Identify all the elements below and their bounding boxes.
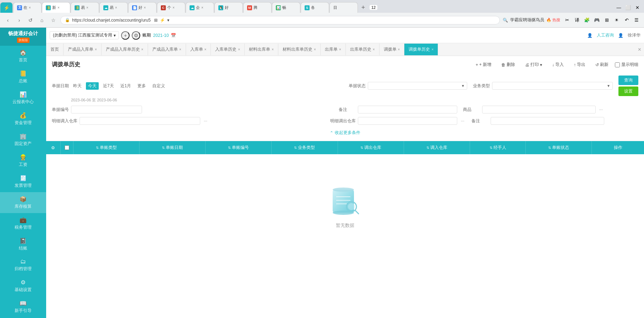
date-today[interactable]: 今天 (86, 82, 99, 90)
window-maximize[interactable]: ⬜ (624, 4, 632, 11)
collapse-button[interactable]: ⌃ 收起更多条件 (328, 128, 362, 137)
goods-dots-button[interactable]: ··· (598, 107, 604, 112)
browser-tab-active[interactable]: 📗 新 × (42, 2, 70, 13)
window-minimize[interactable]: — (615, 4, 623, 11)
close-tab-outbound-history[interactable]: × (373, 48, 375, 51)
refresh-button[interactable]: ↺ (26, 16, 35, 24)
grid-icon[interactable]: ⊞ (154, 18, 158, 23)
close-tab-transfer-history[interactable]: × (431, 48, 433, 51)
date-custom[interactable]: 自定义 (150, 82, 167, 90)
settings-button[interactable]: 设置 (618, 87, 638, 96)
address-bar[interactable]: 🔒 https://cloud.chanjet.com/accounting/u… (60, 16, 500, 24)
username[interactable]: 徐泽华 (628, 32, 640, 38)
browser-tab-5[interactable]: 📄 好 × (128, 2, 157, 13)
sidebar-item-ledger[interactable]: 📒 总账 (0, 67, 46, 88)
docnum-input[interactable] (71, 106, 142, 113)
tab-material-outbound[interactable]: 材料出库单 × (245, 44, 278, 55)
th-handler[interactable]: ⇅ 经手人 (470, 141, 526, 154)
tab-product-inbound[interactable]: 产成品入库单 × (64, 44, 102, 55)
close-all-tabs-button[interactable]: × (635, 46, 644, 53)
status-select[interactable]: ▾ (368, 82, 467, 90)
sidebar-item-home[interactable]: 🏠 首页 (0, 46, 46, 67)
lightning-icon[interactable]: ⚡ (160, 18, 165, 23)
company-selector[interactable]: (勿删勿禁用) 江西服宝测试专用 ▾ (50, 31, 119, 39)
gear-settings-button[interactable]: ⚙ (132, 31, 140, 40)
new-tab-button[interactable]: + (358, 2, 368, 12)
delete-button[interactable]: 🗑 删除 (498, 60, 519, 69)
tab-outbound[interactable]: 出库单 × (321, 44, 346, 55)
browser-tab-12[interactable]: 目 (329, 2, 358, 13)
export-button[interactable]: ↑ 导出 (570, 60, 589, 69)
game-icon[interactable]: 🎮 (593, 16, 601, 24)
sidebar-item-payroll[interactable]: 👷 工资 (0, 150, 46, 171)
tab-transfer-history[interactable]: 调拨单历史 × (404, 44, 438, 55)
date-7days[interactable]: 近7天 (101, 82, 116, 90)
th-doc-status[interactable]: ⇅ 单账状态 (526, 141, 592, 154)
detail-out-input[interactable] (358, 117, 457, 125)
add-company-button[interactable]: + (121, 31, 130, 40)
browser-tab-10[interactable]: 📊 畅 (272, 2, 300, 13)
date-yesterday[interactable]: 昨天 (71, 82, 84, 90)
close-tab-inbound-history[interactable]: × (238, 48, 240, 51)
calendar-button[interactable]: 📅 (171, 33, 176, 38)
th-out-warehouse[interactable]: ⇅ 调出仓库 (338, 141, 404, 154)
date-more[interactable]: 更多 (135, 82, 148, 90)
consult-label[interactable]: 人工咨询 (597, 32, 614, 38)
bookmark-button[interactable]: ☆ (49, 16, 58, 24)
browser-tab-7[interactable]: ☁ 企 × (186, 2, 214, 13)
grid-view-icon[interactable]: ⊞ (603, 16, 611, 24)
browser-tab-chanjet[interactable]: ⚡ (0, 2, 13, 13)
browser-tab-6[interactable]: C 个 × (157, 2, 185, 13)
th-in-warehouse[interactable]: ⇅ 调入仓库 (404, 141, 470, 154)
detail-out-dots-button[interactable]: ··· (459, 118, 466, 123)
close-tab-inbound[interactable]: × (204, 48, 207, 51)
browser-tab-8[interactable]: 🐧 好 (214, 2, 243, 13)
tab-home[interactable]: 首页 (46, 44, 64, 55)
close-tab-product-inbound-history[interactable]: × (141, 48, 143, 51)
th-doc-num[interactable]: ⇅ 单账编号 (206, 141, 272, 154)
query-button[interactable]: 查询 (618, 76, 638, 85)
select-all-checkbox[interactable] (65, 145, 69, 150)
display-checkbox[interactable] (615, 62, 620, 67)
th-doc-type[interactable]: ⇅ 单账类型 (73, 141, 139, 154)
tab-product-inbound-2[interactable]: 产成品入库单 × (148, 44, 186, 55)
sidebar-item-inventory[interactable]: 📦 库存核算 (0, 192, 46, 213)
sidebar-item-closing[interactable]: 📓 结账 (0, 234, 46, 255)
tab-transfer[interactable]: 调拨单 × (380, 44, 405, 55)
close-tab-material-outbound-history[interactable]: × (314, 48, 316, 51)
forward-button[interactable]: › (15, 16, 23, 24)
extension-icon[interactable]: 🧩 (583, 16, 591, 24)
th-gear[interactable]: ⚙ (46, 141, 60, 154)
close-tab-outbound[interactable]: × (339, 48, 341, 51)
tab-outbound-history[interactable]: 出库单历史 × (346, 44, 380, 55)
refresh-button-header[interactable]: ↺ 刷新 (592, 60, 612, 69)
dropdown-icon[interactable]: ▾ (167, 18, 169, 23)
new-button[interactable]: + + 新增 (472, 60, 495, 69)
browser-tab-3[interactable]: 📗 易 × (71, 2, 99, 13)
close-tab-product-inbound[interactable]: × (95, 48, 97, 51)
tab-product-inbound-history[interactable]: 产成品入库单历史 × (102, 44, 148, 55)
browser-tab-1[interactable]: 文 在 × (13, 2, 42, 13)
close-tab-product-inbound-2[interactable]: × (179, 48, 181, 51)
sidebar-item-report[interactable]: 📊 云报表中心 (0, 88, 46, 108)
sidebar-item-settings[interactable]: ⚙ 基础设置 (0, 275, 46, 296)
home-button[interactable]: ⌂ (38, 16, 46, 24)
browser-tab-4[interactable]: ☁ 易 × (99, 2, 128, 13)
print-button[interactable]: 🖨 打印 ▾ (522, 60, 546, 69)
scissors-icon[interactable]: ✂ (563, 16, 571, 24)
th-checkbox[interactable] (60, 141, 73, 154)
sidebar-item-guide[interactable]: 📖 新手引导 (0, 296, 46, 317)
remark-input[interactable] (358, 106, 457, 113)
date-1month[interactable]: 近1月 (118, 82, 133, 90)
goods-input[interactable] (482, 106, 596, 113)
menu-icon[interactable]: ☰ (633, 16, 640, 24)
tab-inbound[interactable]: 入库单 × (186, 44, 211, 55)
detail-in-dots-button[interactable]: ··· (202, 118, 209, 123)
detail-in-input[interactable] (80, 117, 200, 125)
tab-material-outbound-history[interactable]: 材料出库单历史 × (278, 44, 321, 55)
browser-tab-11[interactable]: S 各 (301, 2, 329, 13)
sidebar-item-tax[interactable]: 💼 税务管理 (0, 213, 46, 234)
close-tab-transfer[interactable]: × (398, 48, 400, 51)
th-doc-date[interactable]: ⇅ 单账日期 (139, 141, 205, 154)
note-input[interactable] (491, 117, 604, 125)
